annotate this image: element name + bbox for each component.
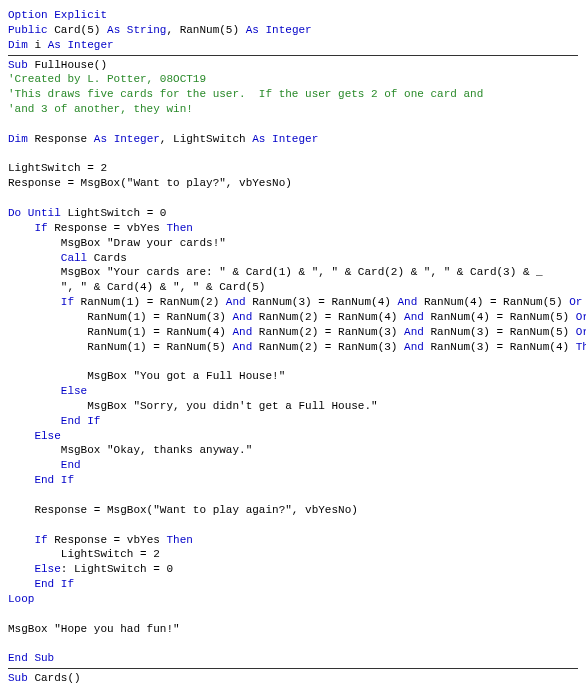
code-segment: 'Created by L. Potter, 08OCT19 (8, 73, 206, 85)
code-segment: End If (34, 578, 74, 590)
code-line: 'and 3 of another, they win! (8, 102, 578, 117)
code-segment: Loop (8, 593, 34, 605)
code-segment: MsgBox "You got a Full House!" (8, 370, 285, 382)
code-segment: MsgBox "Hope you had fun!" (8, 623, 180, 635)
code-segment: As String (107, 24, 166, 36)
code-segment: Sub (8, 59, 28, 71)
code-line: Dim i As Integer (8, 38, 578, 53)
code-segment: ", " & Card(4) & ", " & Card(5) (8, 281, 265, 293)
code-segment: Cards (87, 252, 127, 264)
code-segment: And (404, 341, 424, 353)
code-line: MsgBox "Draw your cards!" (8, 236, 578, 251)
code-line: MsgBox "Sorry, you didn't get a Full Hou… (8, 399, 578, 414)
code-segment: As Integer (246, 24, 312, 36)
code-segment (8, 385, 61, 397)
code-line: If Response = vbYes Then (8, 533, 578, 548)
code-line: Dim Response As Integer, LightSwitch As … (8, 132, 578, 147)
code-line (8, 636, 578, 651)
code-segment: And (232, 341, 252, 353)
code-segment: FullHouse() (28, 59, 107, 71)
code-segment: Cards() (28, 672, 81, 684)
code-segment: RanNum(2) = RanNum(3) (252, 326, 404, 338)
code-segment: Response = MsgBox("Want to play?", vbYes… (8, 177, 292, 189)
code-segment: RanNum(4) = RanNum(5) (424, 311, 576, 323)
code-segment: Or (569, 296, 582, 308)
code-line: If RanNum(1) = RanNum(2) And RanNum(3) =… (8, 295, 578, 310)
code-segment: , RanNum(5) (166, 24, 245, 36)
code-segment: Or (576, 311, 586, 323)
code-segment: If (61, 296, 74, 308)
code-line: End If (8, 577, 578, 592)
code-segment: If (34, 534, 47, 546)
code-line: Else (8, 429, 578, 444)
code-line: Sub FullHouse() (8, 58, 578, 73)
separator (8, 668, 578, 669)
code-segment: LightSwitch = 0 (61, 207, 167, 219)
code-segment: Public (8, 24, 48, 36)
code-segment: Dim (8, 133, 28, 145)
code-segment: Option Explicit (8, 9, 107, 21)
code-segment (8, 459, 61, 471)
code-segment (8, 563, 34, 575)
code-line: End Sub (8, 651, 578, 666)
code-segment: Else (61, 385, 87, 397)
code-line: Response = MsgBox("Want to play again?",… (8, 503, 578, 518)
code-line (8, 686, 578, 700)
code-line: Sub Cards() (8, 671, 578, 686)
code-segment: End Sub (8, 652, 54, 664)
code-line: Public Card(5) As String, RanNum(5) As I… (8, 23, 578, 38)
code-container: Option ExplicitPublic Card(5) As String,… (8, 8, 578, 700)
code-line (8, 607, 578, 622)
code-segment: If (34, 222, 47, 234)
code-segment (8, 252, 61, 264)
code-segment: RanNum(2) = RanNum(4) (252, 311, 404, 323)
code-segment: RanNum(1) = RanNum(2) (74, 296, 226, 308)
code-segment: Call (61, 252, 87, 264)
code-segment: RanNum(1) = RanNum(5) (8, 341, 232, 353)
code-segment: And (404, 311, 424, 323)
code-segment: , LightSwitch (160, 133, 252, 145)
code-segment (8, 489, 15, 501)
code-segment: MsgBox "Draw your cards!" (8, 237, 226, 249)
code-line: End (8, 458, 578, 473)
code-segment (8, 534, 34, 546)
code-line: 'Created by L. Potter, 08OCT19 (8, 72, 578, 87)
code-segment (8, 430, 34, 442)
code-segment: RanNum(1) = RanNum(4) (8, 326, 232, 338)
code-segment: MsgBox "Sorry, you didn't get a Full Hou… (8, 400, 378, 412)
code-segment: 'and 3 of another, they win! (8, 103, 193, 115)
code-segment: MsgBox "Okay, thanks anyway." (8, 444, 252, 456)
code-segment: RanNum(1) = RanNum(3) (8, 311, 232, 323)
code-segment: Else (34, 430, 60, 442)
code-segment (8, 118, 15, 130)
code-segment: End If (34, 474, 74, 486)
code-segment: 'This draws five cards for the user. If … (8, 88, 483, 100)
code-segment: And (226, 296, 246, 308)
code-line (8, 117, 578, 132)
code-line: MsgBox "Hope you had fun!" (8, 622, 578, 637)
code-segment: RanNum(4) = RanNum(5) (417, 296, 569, 308)
code-segment: MsgBox "Your cards are: " & Card(1) & ",… (8, 266, 543, 278)
code-segment (8, 578, 34, 590)
code-segment: Sub (8, 672, 28, 684)
code-line: Loop (8, 592, 578, 607)
code-segment (8, 148, 15, 160)
code-segment: Then (576, 341, 586, 353)
code-line: Else: LightSwitch = 0 (8, 562, 578, 577)
code-segment: Response (28, 133, 94, 145)
code-line: Else (8, 384, 578, 399)
code-segment (8, 687, 15, 699)
code-line (8, 147, 578, 162)
code-segment: End (61, 459, 81, 471)
code-segment: As Integer (48, 39, 114, 51)
code-line: End If (8, 473, 578, 488)
code-segment: Or (576, 326, 586, 338)
code-line: Response = MsgBox("Want to play?", vbYes… (8, 176, 578, 191)
code-segment: RanNum(3) = RanNum(4) (246, 296, 398, 308)
code-line: RanNum(1) = RanNum(5) And RanNum(2) = Ra… (8, 340, 578, 355)
code-line: End If (8, 414, 578, 429)
code-segment (8, 296, 61, 308)
code-segment: i (28, 39, 48, 51)
code-line (8, 191, 578, 206)
code-segment: And (397, 296, 417, 308)
